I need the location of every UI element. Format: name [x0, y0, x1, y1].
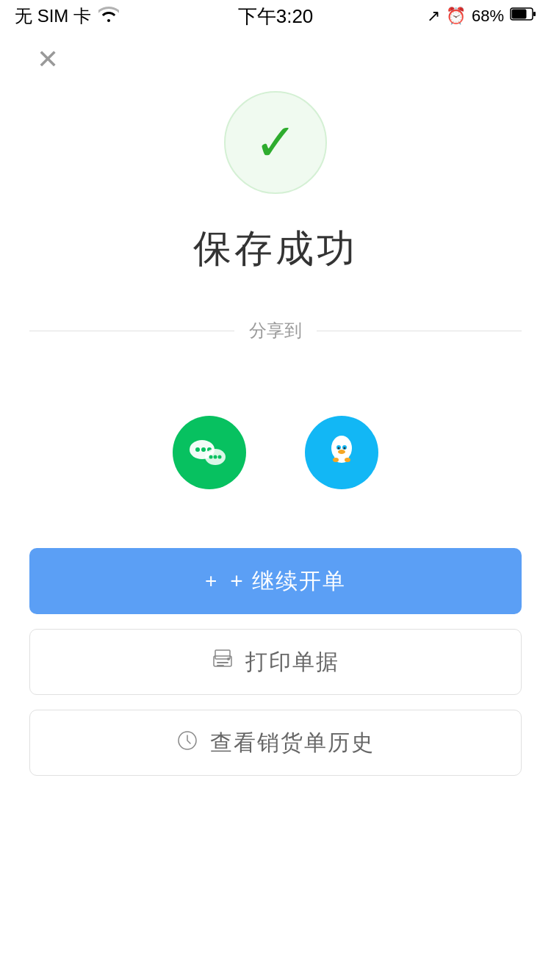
continue-order-button[interactable]: + + 继续开单 — [29, 548, 522, 614]
svg-point-9 — [214, 455, 217, 459]
svg-rect-22 — [215, 650, 230, 659]
svg-point-17 — [344, 447, 346, 450]
divider-left — [29, 331, 234, 331]
action-buttons: + + 继续开单 打印单据 查看销货单历史 — [0, 548, 551, 776]
svg-rect-2 — [533, 12, 536, 16]
wechat-share-button[interactable] — [173, 416, 246, 489]
status-left: 无 SIM 卡 — [15, 4, 119, 28]
svg-point-10 — [218, 455, 222, 459]
main-content: ✓ 保存成功 分享到 — [0, 32, 551, 776]
share-section: 分享到 — [0, 319, 551, 379]
divider-right — [317, 331, 522, 331]
status-right: ↗ ⏰ 68% — [427, 7, 536, 26]
wifi-icon — [98, 6, 119, 26]
svg-rect-24 — [217, 662, 228, 663]
no-sim-label: 无 SIM 卡 — [15, 4, 91, 28]
plus-icon: + — [205, 569, 218, 593]
svg-point-4 — [195, 447, 200, 452]
status-bar: 无 SIM 卡 下午3:20 ↗ ⏰ 68% — [0, 0, 551, 32]
svg-point-8 — [209, 455, 213, 459]
print-button[interactable]: 打印单据 — [29, 629, 522, 695]
svg-point-19 — [333, 458, 339, 462]
close-button[interactable]: ✕ — [29, 41, 66, 78]
svg-rect-1 — [512, 10, 527, 19]
svg-rect-25 — [217, 665, 224, 666]
location-icon: ↗ — [427, 7, 440, 26]
checkmark-icon: ✓ — [254, 117, 298, 168]
share-divider: 分享到 — [0, 319, 551, 342]
print-icon — [212, 649, 234, 675]
share-label: 分享到 — [234, 319, 317, 342]
battery-icon — [510, 7, 536, 26]
share-icons-container — [173, 416, 378, 489]
alarm-icon: ⏰ — [446, 7, 466, 26]
continue-order-label: + 继续开单 — [230, 566, 346, 597]
svg-point-21 — [338, 450, 345, 454]
svg-point-5 — [201, 447, 206, 452]
qq-icon — [321, 432, 362, 473]
success-title: 保存成功 — [193, 223, 358, 275]
history-icon — [176, 729, 198, 757]
status-time: 下午3:20 — [238, 4, 314, 29]
close-icon: ✕ — [37, 46, 59, 73]
history-button[interactable]: 查看销货单历史 — [29, 710, 522, 776]
battery-label: 68% — [472, 7, 504, 26]
svg-point-16 — [338, 447, 340, 450]
qq-share-button[interactable] — [305, 416, 378, 489]
svg-point-26 — [227, 657, 230, 660]
print-label: 打印单据 — [245, 647, 339, 677]
wechat-icon — [186, 429, 233, 476]
history-label: 查看销货单历史 — [210, 728, 375, 758]
success-circle: ✓ — [224, 91, 327, 194]
svg-point-20 — [345, 458, 350, 462]
